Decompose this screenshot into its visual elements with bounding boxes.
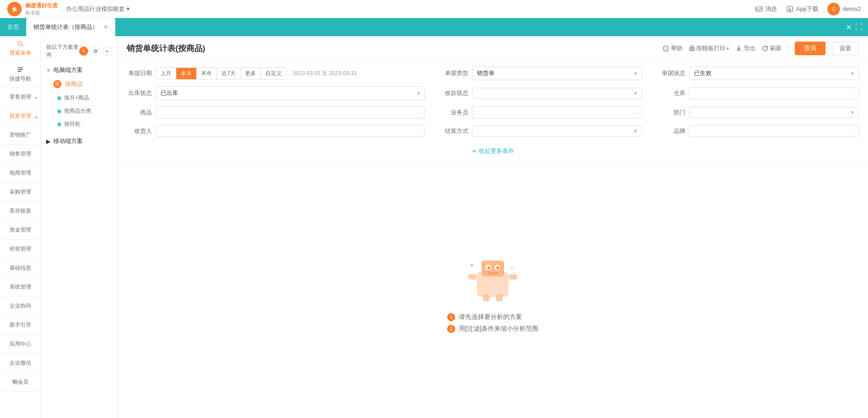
date-range-text: 2023-03-01 至 2023-03-31 [293, 70, 357, 77]
filter-panel: 按以下方案查询 + ⚙ « ▼ 电脑端方案 按 按商品 ▣ 按月+ [41, 36, 118, 418]
brand-select[interactable]: ··· [689, 125, 859, 137]
sidebar-item-sales[interactable]: 销售管理 [0, 145, 40, 164]
doc-type-select[interactable]: 销货单 ▾ [472, 66, 642, 80]
desktop-scheme-group[interactable]: ▼ 电脑端方案 [41, 63, 117, 77]
sidebar-item-system[interactable]: 系统管理 [0, 278, 40, 297]
export-button[interactable]: 导出 [736, 44, 755, 52]
sidebar-item-enterprise[interactable]: 企业协同 [0, 297, 40, 316]
receiver-select[interactable]: ··· [156, 125, 425, 137]
warehouse-select[interactable]: ··· [689, 87, 859, 100]
date-tab-more[interactable]: 更多 [241, 68, 261, 79]
scheme-icon-product: 按 [53, 80, 61, 88]
empty-illustration: ✦ ✦ [466, 252, 520, 306]
product-select[interactable]: ··· [156, 106, 425, 119]
filter-panel-title: 按以下方案查询 + ⚙ « [41, 41, 117, 62]
sidebar-item-wechat[interactable]: 企业微信 [0, 354, 40, 373]
out-status-select[interactable]: 已出库 ▾ [156, 86, 425, 100]
payment-status-label: 收款状态 [443, 89, 468, 97]
sidebar-item-wholesale[interactable]: 批发管理 ▴ [0, 107, 40, 126]
payment-status-select[interactable]: ▾ [472, 88, 642, 99]
sidebar-item-inventory[interactable]: 库存核算 [0, 202, 40, 221]
date-tab-this-month[interactable]: 本月 [176, 68, 197, 79]
sidebar-item-finance[interactable]: 资金管理 [0, 221, 40, 240]
settlement-label: 结算方式 [443, 127, 468, 135]
page-actions: ? 帮助 按模板打印 ▾ [663, 42, 859, 55]
message-button[interactable]: 消息 [755, 5, 777, 13]
collapse-more-button[interactable]: 收起更多条件 [127, 143, 859, 159]
close-window-icon[interactable]: ✕ [846, 23, 852, 32]
date-tab-last-7days[interactable]: 近7天 [217, 68, 241, 79]
main-layout: 搜索菜单 快捷导航 零售管理 ▸ 批发管理 ▴ 营销推广 销售管理 电商管理 [0, 36, 868, 418]
refresh-icon [762, 45, 768, 52]
salesman-field: 业务员 ··· [443, 106, 642, 119]
date-tab-custom[interactable]: 自定义 [261, 68, 286, 79]
doc-status-arrow-icon: ▾ [851, 71, 854, 76]
help-icon: ? [663, 45, 669, 52]
print-dropdown-arrow[interactable]: ▾ [726, 46, 729, 52]
brand-field: 品牌 ··· [660, 125, 859, 137]
settlement-arrow-icon: ▾ [634, 128, 637, 134]
empty-text: 1 请先选择要分析的方案 2 用[过滤]条件来缩小分析范围 [447, 313, 538, 333]
date-tab-last-month[interactable]: 上月 [156, 68, 176, 79]
svg-rect-20 [509, 274, 518, 280]
collapse-panel-button[interactable]: « [103, 47, 112, 56]
query-button[interactable]: 查询 [795, 42, 826, 55]
logo-icon: 畅 [7, 2, 22, 16]
tab-bar-actions: ✕ ⛶ [846, 23, 868, 32]
sidebar-quick-nav[interactable]: 快捷导航 [0, 62, 40, 88]
department-select[interactable]: ▾ [689, 107, 859, 118]
settlement-field: 结算方式 ▾ [443, 125, 642, 137]
settings-scheme-button[interactable]: ⚙ [91, 47, 100, 56]
refresh-button[interactable]: 刷新 [762, 44, 782, 52]
payment-status-field: 收款状态 ▾ [443, 88, 642, 99]
svg-rect-6 [18, 69, 23, 70]
scheme-by-cashier[interactable]: ▣ 按司机 [41, 118, 117, 131]
sidebar-search[interactable]: 搜索菜单 [0, 36, 40, 62]
chevron-up-icon: ▴ [35, 114, 38, 119]
sub-icon-3: ▣ [57, 121, 61, 127]
fullscreen-icon[interactable]: ⛶ [855, 23, 863, 31]
sidebar-item-newbie[interactable]: 新手引导 [0, 316, 40, 335]
sidebar-item-basic[interactable]: 基础信息 [0, 259, 40, 278]
user-avatar-area[interactable]: E demo2 [827, 3, 861, 15]
settings-button[interactable]: 设置 [832, 42, 859, 55]
help-button[interactable]: ? 帮助 [663, 44, 683, 52]
workspace-selector[interactable]: 办公用品行业模拟账套 ▾ [62, 3, 133, 15]
top-header: 畅 畅捷通好生意 标准版 办公用品行业模拟账套 ▾ 消息 A [0, 0, 868, 18]
logo-text: 畅捷通好生意 标准版 [25, 2, 58, 16]
svg-rect-12 [691, 49, 693, 50]
sidebar-item-marketing[interactable]: 营销推广 [0, 126, 40, 145]
add-scheme-button[interactable]: + [79, 47, 88, 56]
date-label: 单据日期 [127, 69, 152, 77]
svg-text:✦: ✦ [469, 261, 475, 269]
sidebar-item-member[interactable]: 畅会员 [0, 373, 40, 392]
expand-icon: ▼ [46, 68, 51, 73]
mobile-scheme-group[interactable]: ▶ 移动端方案 [41, 134, 117, 148]
sidebar-item-retail[interactable]: 零售管理 ▸ [0, 88, 40, 107]
out-status-value: 已出库 [160, 89, 178, 97]
scheme-by-month-product[interactable]: ▣ 按月+商品 [41, 91, 117, 104]
receiver-more-icon: ··· [415, 128, 420, 134]
sidebar-item-ecommerce[interactable]: 电商管理 [0, 164, 40, 183]
scheme-by-product[interactable]: 按 按商品 [41, 77, 117, 91]
tab-sales-stat[interactable]: 销货单统计表（按商品） ✕ [26, 18, 115, 36]
logo-area: 畅 畅捷通好生意 标准版 [7, 2, 58, 16]
settlement-select[interactable]: ▾ [472, 125, 642, 137]
salesman-select[interactable]: ··· [472, 106, 642, 119]
tab-home[interactable]: 首页 [0, 18, 26, 36]
print-button[interactable]: 按模板打印 ▾ [689, 44, 729, 52]
sidebar-item-appcenter[interactable]: 应用中心 [0, 335, 40, 354]
empty-text-item-1: 1 请先选择要分析的方案 [447, 313, 538, 321]
chevron-up-icon [472, 148, 477, 154]
step-2-badge: 2 [447, 325, 455, 333]
sidebar-item-purchase[interactable]: 采购管理 [0, 183, 40, 202]
scheme-by-product-category[interactable]: ▣ 按商品分类 [41, 104, 117, 118]
desktop-scheme-section: ▼ 电脑端方案 按 按商品 ▣ 按月+商品 ▣ 按商品分类 ▣ 按司机 [41, 62, 117, 133]
tab-close-icon[interactable]: ✕ [104, 24, 108, 30]
app-download-button[interactable]: App下载 [786, 5, 818, 13]
search-icon [17, 41, 24, 47]
doc-status-select[interactable]: 已生效 ▾ [689, 66, 859, 80]
sidebar-item-operations[interactable]: 经营管理 [0, 240, 40, 259]
svg-text:?: ? [665, 47, 667, 51]
date-tab-this-year[interactable]: 本年 [197, 68, 217, 79]
